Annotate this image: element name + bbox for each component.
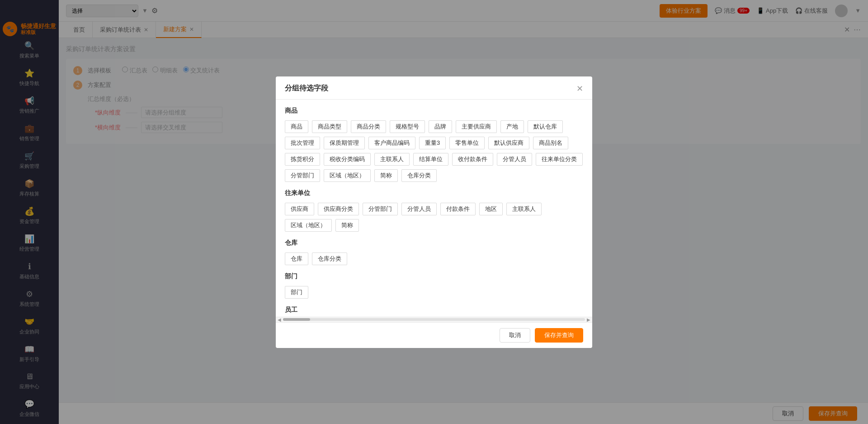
section-title-warehouse: 仓库 [285,239,583,247]
field-tag[interactable]: 分管人员 [401,203,437,215]
field-tag[interactable]: 往来单位分类 [536,153,583,166]
field-tag[interactable]: 默认供应商 [488,137,529,149]
field-tag[interactable]: 保质期管理 [324,137,365,149]
field-tag[interactable]: 重量3 [419,137,446,149]
modal-footer: 取消 保存并查询 [276,322,592,348]
field-tag[interactable]: 商品别名 [533,137,568,149]
field-tag[interactable]: 商品类型 [312,120,347,133]
field-tag[interactable]: 付款条件 [440,203,476,215]
field-tag[interactable]: 分管人员 [497,153,532,166]
field-tag[interactable]: 规格型号 [390,120,425,133]
field-tag[interactable]: 产地 [500,120,524,133]
field-tag[interactable]: 简称 [374,169,398,182]
field-tag[interactable]: 供应商分类 [318,203,359,215]
field-tag[interactable]: 主联系人 [506,203,542,215]
field-tag[interactable]: 主联系人 [374,153,410,166]
field-tag[interactable]: 拣货积分 [285,153,320,166]
field-tag[interactable]: 部门 [285,286,308,299]
hscroll-track [283,318,585,321]
cancel-button[interactable]: 取消 [500,328,530,343]
field-tag[interactable]: 税收分类编码 [324,153,371,166]
modal-header: 分组待选字段 ✕ [276,76,592,100]
confirm-button[interactable]: 保存并查询 [535,328,583,343]
field-tag[interactable]: 结算单位 [413,153,448,166]
field-tag[interactable]: 仓库分类 [401,169,437,182]
modal-body: 商品商品商品类型商品分类规格型号品牌主要供应商产地默认仓库批次管理保质期管理客户… [276,100,592,317]
field-tag[interactable]: 区域（地区） [324,169,371,182]
section-title-department: 部门 [285,272,583,281]
field-tag[interactable]: 商品 [285,120,308,133]
field-tag[interactable]: 批次管理 [285,137,320,149]
section-title-goods: 商品 [285,107,583,115]
field-tag[interactable]: 客户商品编码 [368,137,415,149]
field-tag[interactable]: 供应商 [285,203,314,215]
field-tag[interactable]: 商品分类 [351,120,386,133]
section-title-partner: 往来单位 [285,189,583,197]
field-tag[interactable]: 主要供应商 [456,120,497,133]
section-title-employee: 员工 [285,306,583,314]
field-grid-warehouse: 仓库仓库分类 [285,252,583,265]
hscroll-thumb [283,318,310,321]
field-tag[interactable]: 分管部门 [285,169,320,182]
field-tag[interactable]: 区域（地区） [285,219,332,232]
field-tag[interactable]: 简称 [335,219,359,232]
field-grid-goods: 商品商品类型商品分类规格型号品牌主要供应商产地默认仓库批次管理保质期管理客户商品… [285,120,583,182]
field-tag[interactable]: 仓库 [285,252,308,265]
field-grid-department: 部门 [285,286,583,299]
field-tag[interactable]: 分管部门 [363,203,398,215]
field-tag[interactable]: 品牌 [429,120,452,133]
field-tag[interactable]: 默认仓库 [528,120,563,133]
modal-horizontal-scrollbar[interactable]: ◀ ▶ [276,317,592,322]
field-grid-partner: 供应商供应商分类分管部门分管人员付款条件地区主联系人区域（地区）简称 [285,203,583,232]
modal-overlay: 分组待选字段 ✕ 商品商品商品类型商品分类规格型号品牌主要供应商产地默认仓库批次… [0,0,868,424]
modal-title: 分组待选字段 [285,84,328,93]
field-tag[interactable]: 仓库分类 [312,252,347,265]
field-selection-modal: 分组待选字段 ✕ 商品商品商品类型商品分类规格型号品牌主要供应商产地默认仓库批次… [276,76,592,348]
modal-close-button[interactable]: ✕ [576,84,583,94]
field-tag[interactable]: 零售单位 [449,137,485,149]
field-tag[interactable]: 收付款条件 [452,153,493,166]
field-tag[interactable]: 地区 [479,203,503,215]
